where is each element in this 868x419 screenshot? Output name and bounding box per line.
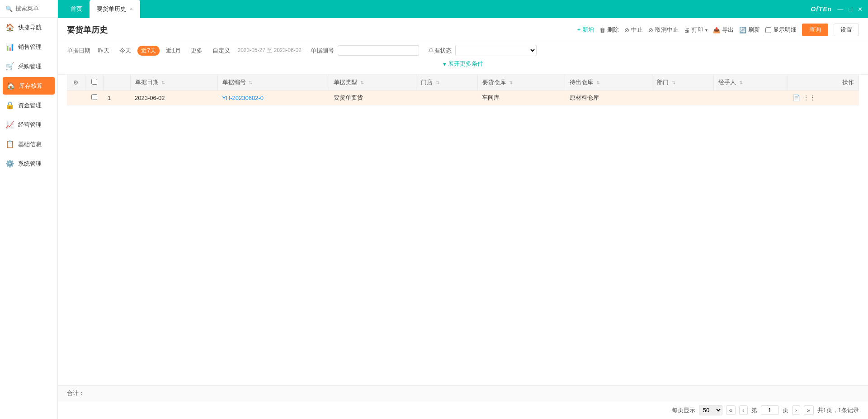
yesterday-button[interactable]: 昨天 xyxy=(94,46,113,56)
topbar: 首页 要货单历史 × OfTEn — □ ✕ xyxy=(58,0,868,18)
display-toggle[interactable]: 显示明细 xyxy=(765,26,797,34)
stop-button-label: 中止 xyxy=(631,26,643,34)
sort-doc-date-icon: ⇅ xyxy=(161,80,165,85)
sidebar: 🔍 搜索菜单 🏠 快捷导航 📊 销售管理 🛒 采购管理 🏠 库存核算 🔒 资金管… xyxy=(0,0,58,419)
next-page-button[interactable]: › xyxy=(792,405,800,415)
tab-order-history[interactable]: 要货单历史 × xyxy=(90,0,140,18)
prev-page-button[interactable]: ‹ xyxy=(739,405,747,415)
first-page-button[interactable]: « xyxy=(726,405,736,415)
last1month-button[interactable]: 近1月 xyxy=(162,46,184,56)
col-dept[interactable]: 部门 ⇅ xyxy=(652,75,714,90)
sidebar-item-sales[interactable]: 📊 销售管理 xyxy=(0,37,57,57)
col-handler-label: 经手人 xyxy=(718,79,736,86)
sidebar-item-label: 采购管理 xyxy=(18,62,42,71)
col-req-warehouse[interactable]: 要货仓库 ⇅ xyxy=(477,75,565,90)
col-checkbox xyxy=(85,75,103,90)
sidebar-item-label: 经营管理 xyxy=(18,121,42,129)
sort-pending-warehouse-icon: ⇅ xyxy=(596,80,600,85)
refresh-button[interactable]: 🔄 刷新 xyxy=(739,26,760,34)
sidebar-item-inventory[interactable]: 🏠 库存核算 xyxy=(3,77,55,95)
page-input[interactable] xyxy=(761,405,779,415)
expand-more-button[interactable]: ▾ 展开更多条件 xyxy=(67,58,859,70)
col-store[interactable]: 门店 ⇅ xyxy=(416,75,478,90)
row-edit-button[interactable]: 📄 xyxy=(793,94,800,101)
filter-area: 单据日期 昨天 今天 近7天 近1月 更多 自定义 2023-05-27 至 2… xyxy=(58,40,868,75)
display-toggle-label: 显示明细 xyxy=(773,26,797,34)
col-handler[interactable]: 经手人 ⇅ xyxy=(713,75,788,90)
sort-dept-icon: ⇅ xyxy=(672,80,675,85)
select-all-checkbox[interactable] xyxy=(91,79,97,85)
sidebar-item-basic-info[interactable]: 📋 基础信息 xyxy=(0,134,57,154)
table-footer: 合计： xyxy=(58,385,868,401)
close-button[interactable]: ✕ xyxy=(858,6,863,13)
status-select[interactable] xyxy=(455,45,537,56)
page-suffix: 页 xyxy=(783,406,788,414)
sales-icon: 📊 xyxy=(5,43,14,51)
content-area: 要货单历史 + 新增 🗑 删除 ⊘ 中止 ⊘ 取消中止 🖨 xyxy=(58,18,868,419)
total-info: 共1页，1条记录 xyxy=(817,406,859,414)
export-button[interactable]: 📤 导出 xyxy=(713,26,734,34)
col-settings[interactable]: ⚙ xyxy=(67,75,85,90)
cancel-stop-button[interactable]: ⊘ 取消中止 xyxy=(648,26,679,34)
delete-button[interactable]: 🗑 删除 xyxy=(599,26,619,34)
refresh-label: 刷新 xyxy=(748,26,760,34)
col-action-label: 操作 xyxy=(842,79,854,86)
more-button[interactable]: 更多 xyxy=(187,46,206,56)
col-pending-warehouse[interactable]: 待出仓库 ⇅ xyxy=(565,75,652,90)
per-page-select[interactable]: 20 50 100 xyxy=(699,405,722,415)
tab-home-label: 首页 xyxy=(71,5,82,13)
row-seq: 1 xyxy=(108,95,111,101)
docno-input[interactable] xyxy=(338,45,419,56)
new-button[interactable]: + 新增 xyxy=(577,26,594,34)
stop-icon: ⊘ xyxy=(624,27,629,33)
row-settings-cell xyxy=(67,90,85,105)
new-button-label: + 新增 xyxy=(577,26,594,34)
cancel-stop-icon: ⊘ xyxy=(648,27,653,33)
sidebar-item-finance[interactable]: 🔒 资金管理 xyxy=(0,95,57,115)
sidebar-item-purchase[interactable]: 🛒 采购管理 xyxy=(0,57,57,76)
date-filter-group: 单据日期 昨天 今天 近7天 近1月 更多 自定义 2023-05-27 至 2… xyxy=(67,46,302,56)
row-doc-type: 要货单要货 xyxy=(334,94,363,101)
search-icon: 🔍 xyxy=(5,5,13,12)
sidebar-item-label: 快捷导航 xyxy=(18,24,42,32)
tab-close-button[interactable]: × xyxy=(130,6,133,12)
col-doc-date[interactable]: 单据日期 ⇅ xyxy=(130,75,217,90)
table-header-row: ⚙ 单据日期 ⇅ 单据编号 ⇅ xyxy=(67,75,859,90)
print-button[interactable]: 🖨 打印 ▾ xyxy=(684,26,708,34)
sidebar-item-quick-nav[interactable]: 🏠 快捷导航 xyxy=(0,18,57,37)
col-doc-type[interactable]: 单据类型 ⇅ xyxy=(329,75,416,90)
last7days-button[interactable]: 近7天 xyxy=(137,46,160,56)
finance-icon: 🔒 xyxy=(5,101,14,110)
stop-button[interactable]: ⊘ 中止 xyxy=(624,26,643,34)
today-button[interactable]: 今天 xyxy=(116,46,135,56)
sort-handler-icon: ⇅ xyxy=(739,80,743,85)
row-more-button[interactable]: ⋮⋮ xyxy=(803,94,816,101)
display-toggle-checkbox[interactable] xyxy=(765,27,771,33)
settings-button[interactable]: 设置 xyxy=(834,24,859,36)
last-page-button[interactable]: » xyxy=(804,405,813,415)
row-checkbox[interactable] xyxy=(91,94,97,100)
date-filter-label: 单据日期 xyxy=(67,47,90,55)
row-dept-cell xyxy=(652,90,714,105)
col-req-warehouse-label: 要货仓库 xyxy=(482,79,506,86)
row-pending-warehouse-cell: 原材料仓库 xyxy=(565,90,652,105)
col-dept-label: 部门 xyxy=(657,79,669,86)
settings-icon[interactable]: ⚙ xyxy=(73,79,79,86)
pagination: 每页显示 20 50 100 « ‹ 第 页 › » 共1页，1条记录 xyxy=(58,401,868,419)
sidebar-item-operations[interactable]: 📈 经营管理 xyxy=(0,115,57,134)
brand-label: OfTEn xyxy=(811,5,832,13)
sort-store-icon: ⇅ xyxy=(436,80,439,85)
row-doc-no-link[interactable]: YH-20230602-0 xyxy=(222,95,264,101)
sidebar-item-system[interactable]: ⚙️ 系统管理 xyxy=(0,154,57,173)
sidebar-search[interactable]: 🔍 搜索菜单 xyxy=(0,0,57,18)
query-button[interactable]: 查询 xyxy=(802,24,828,36)
tab-home[interactable]: 首页 xyxy=(63,0,90,18)
col-doc-no[interactable]: 单据编号 ⇅ xyxy=(217,75,329,90)
minimize-button[interactable]: — xyxy=(837,6,843,13)
col-action: 操作 xyxy=(788,75,859,90)
row-req-warehouse-cell: 车间库 xyxy=(477,90,565,105)
maximize-button[interactable]: □ xyxy=(849,6,852,13)
row-checkbox-cell xyxy=(85,90,103,105)
custom-button[interactable]: 自定义 xyxy=(209,46,234,56)
purchase-icon: 🛒 xyxy=(5,62,14,71)
